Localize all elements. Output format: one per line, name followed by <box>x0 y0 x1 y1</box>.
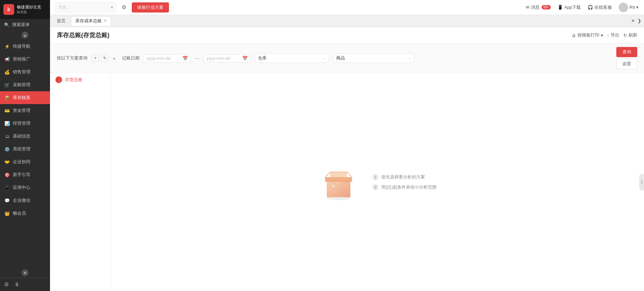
page-title: 库存总账(存货总账) <box>57 31 109 39</box>
tab-close-icon[interactable]: ✕ <box>104 19 107 23</box>
plus-icon: + <box>94 56 96 60</box>
sidebar-item-marketing[interactable]: 📢 营销推广 <box>0 53 50 66</box>
appstore-icon: 📱 <box>4 185 10 191</box>
sidebar-item-sales[interactable]: 💰 销售管理 <box>0 66 50 78</box>
sidebar-item-cooperation[interactable]: 🤝 企业协同 <box>0 155 50 168</box>
svg-rect-1 <box>325 177 352 182</box>
scheme-item-inventory[interactable]: 📕 存货总账 <box>50 73 110 87</box>
message-icon: ✉ <box>526 5 529 10</box>
page-actions: 🖨 按模板打印 ▾ ↑ 导出 ↻ 刷新 <box>572 32 638 38</box>
collapse-btn[interactable]: « <box>110 54 118 62</box>
warehouse-input[interactable]: 仓库 ··· <box>255 53 329 63</box>
empty-illustration <box>318 162 359 202</box>
tab-bar: 首页 库存成本总账 ✕ ✕ ❯ <box>50 15 644 27</box>
sidebar-bottom: ⚙ ⏸ <box>0 277 50 291</box>
date-to-input[interactable]: yyyy-mm-dd 📅 <box>203 54 251 63</box>
inventory-icon: 📦 <box>4 95 10 101</box>
app-download-btn[interactable]: 📱 App下载 <box>558 4 581 10</box>
query-btn[interactable]: 查询 <box>616 47 637 57</box>
scroll-up-btn[interactable]: ▲ <box>22 32 28 39</box>
more-options-icon: ··· <box>322 56 326 61</box>
sidebar-item-operation[interactable]: 📊 经营管理 <box>0 117 50 130</box>
header-dropdown-placeholder: 搜索... <box>58 4 70 10</box>
scheme-icon: 📕 <box>55 76 62 83</box>
avatar <box>619 3 628 12</box>
empty-state: 1 请先选择要分析的方案 2 用[过滤]条件来缩小分析范围 <box>111 73 644 291</box>
header-right: ✉ 消息 99+ 📱 App下载 🎧 在线客服 Rit ▾ <box>526 3 639 12</box>
svg-point-3 <box>327 197 350 200</box>
headset-icon: 🎧 <box>588 5 593 10</box>
guide-icon: 🎯 <box>4 172 10 178</box>
app-name-block: 畅捷通好生意 标准版 <box>17 5 41 15</box>
scroll-down-btn[interactable]: ▼ <box>22 269 28 276</box>
wechat-icon: 💬 <box>4 197 10 203</box>
page-header: 库存总账(存货总账) 🖨 按模板打印 ▾ ↑ 导出 ↻ 刷新 <box>50 27 644 44</box>
gear-icon: ⚙ <box>122 4 126 10</box>
goods-input[interactable]: 商品 ··· <box>333 53 414 63</box>
edit-icon: ✎ <box>103 56 106 60</box>
edit-scheme-btn[interactable]: ✎ <box>101 54 108 62</box>
header-dropdown[interactable]: 搜索... ▾ <box>55 2 116 13</box>
sidebar: b 畅捷通好生意 标准版 🔍 搜索菜单 ▲ ⚡ 快捷导航 📢 营销推广 💰 销售… <box>0 0 50 291</box>
basic-icon: 🗂 <box>4 133 10 139</box>
industry-btn[interactable]: 体验行业方案 <box>132 2 169 13</box>
content-main: 1 请先选择要分析的方案 2 用[过滤]条件来缩小分析范围 <box>111 73 644 291</box>
top-header: 搜索... ▾ ⚙ 体验行业方案 ✉ 消息 99+ 📱 App下载 🎧 在线客服 <box>50 0 644 15</box>
sidebar-item-inventory[interactable]: 📦 库存核算 <box>0 91 50 104</box>
audio-icon[interactable]: ⏸ <box>14 282 20 288</box>
header-left: 搜索... ▾ ⚙ 体验行业方案 <box>55 2 522 13</box>
panel-expand-icon[interactable]: ❯ <box>638 18 641 23</box>
finance-icon: 💳 <box>4 107 10 114</box>
chevron-down-icon: ▾ <box>601 33 603 38</box>
messages-btn[interactable]: ✉ 消息 99+ <box>526 4 551 10</box>
tab-home[interactable]: 首页 <box>53 16 70 26</box>
settings-btn[interactable]: 设置 <box>616 58 637 69</box>
svg-point-4 <box>332 185 335 188</box>
sidebar-item-basic[interactable]: 🗂 基础信息 <box>0 130 50 143</box>
header-gear-button[interactable]: ⚙ <box>119 2 129 13</box>
user-menu[interactable]: Rit ▾ <box>619 3 639 12</box>
print-template-btn[interactable]: 🖨 按模板打印 ▾ <box>572 32 603 38</box>
logo-icon: b <box>3 4 14 15</box>
online-service-btn[interactable]: 🎧 在线客服 <box>588 4 612 10</box>
sidebar-nav: ⚡ 快捷导航 📢 营销推广 💰 销售管理 🛒 采购管理 📦 库存核算 💳 资金管… <box>0 40 50 268</box>
chevron-down-icon: ▾ <box>636 5 639 10</box>
search-menu[interactable]: 🔍 搜索菜单 <box>0 19 50 30</box>
phone-icon: 📱 <box>558 5 563 10</box>
main-area: 搜索... ▾ ⚙ 体验行业方案 ✉ 消息 99+ 📱 App下载 🎧 在线客服 <box>50 0 644 291</box>
tab-inventory-ledger[interactable]: 库存成本总账 ✕ <box>71 16 111 26</box>
filter-icons: + ✎ « <box>92 54 118 62</box>
sidebar-item-guide[interactable]: 🎯 新手引导 <box>0 168 50 181</box>
empty-tip-1: 1 请先选择要分析的方案 <box>372 174 436 180</box>
settings-icon[interactable]: ⚙ <box>4 281 9 288</box>
sidebar-item-purchase[interactable]: 🛒 采购管理 <box>0 78 50 91</box>
query-actions: 查询 设置 <box>616 47 637 69</box>
right-panel-handle[interactable]: ❯ <box>639 174 644 190</box>
panel-close-icon[interactable]: ✕ <box>631 18 635 23</box>
content-body: 📕 存货总账 <box>50 73 644 291</box>
more-options-icon-2: ··· <box>407 56 411 61</box>
sidebar-item-wechat[interactable]: 💬 企业微信 <box>0 194 50 207</box>
date-from-input[interactable]: yyyy-mm-dd 📅 <box>144 54 191 63</box>
export-btn[interactable]: ↑ 导出 <box>607 32 620 38</box>
export-icon: ↑ <box>607 33 610 38</box>
sidebar-item-appstore[interactable]: 📱 应用中心 <box>0 181 50 194</box>
marketing-icon: 📢 <box>4 56 10 62</box>
calendar-icon-2: 📅 <box>242 56 248 61</box>
calendar-icon: 📅 <box>182 56 188 61</box>
sales-icon: 💰 <box>4 69 10 75</box>
svg-rect-2 <box>330 172 347 177</box>
sidebar-item-quick-nav[interactable]: ⚡ 快捷导航 <box>0 40 50 53</box>
content-area: 库存总账(存货总账) 🖨 按模板打印 ▾ ↑ 导出 ↻ 刷新 按以下方案查询 <box>50 27 644 291</box>
refresh-btn[interactable]: ↻ 刷新 <box>623 32 637 38</box>
empty-tips: 1 请先选择要分析的方案 2 用[过滤]条件来缩小分析范围 <box>372 174 436 190</box>
sidebar-item-system[interactable]: ⚙️ 系统管理 <box>0 143 50 155</box>
sidebar-item-finance[interactable]: 💳 资金管理 <box>0 104 50 117</box>
add-scheme-btn[interactable]: + <box>92 54 99 62</box>
sidebar-item-member[interactable]: 👑 畅会员 <box>0 207 50 220</box>
quick-nav-icon: ⚡ <box>4 43 10 49</box>
scheme-panel: 📕 存货总账 <box>50 73 111 291</box>
cooperation-icon: 🤝 <box>4 159 10 165</box>
empty-tip-2: 2 用[过滤]条件来缩小分析范围 <box>372 184 436 190</box>
chevron-right-icon: ❯ <box>640 180 643 184</box>
